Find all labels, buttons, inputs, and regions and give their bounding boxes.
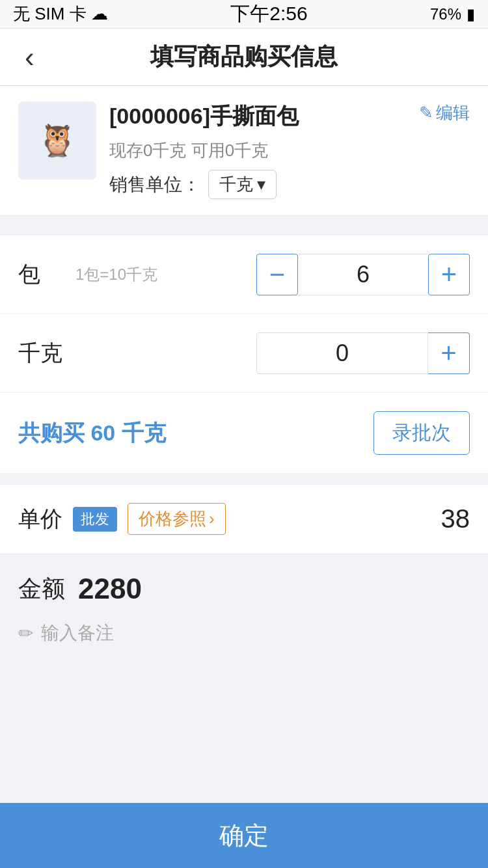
bao-quantity-row: 包 1包=10千克 − + [0, 236, 488, 314]
bao-input[interactable] [298, 254, 428, 295]
status-time: 下午2:56 [230, 1, 307, 27]
nav-bar: ‹ 填写商品购买信息 [0, 29, 488, 86]
total-amount: 60 [90, 420, 115, 445]
kg-plus-button[interactable]: + [428, 332, 470, 374]
unit-label: 销售单位： [109, 172, 200, 197]
price-ref-arrow-icon: › [209, 509, 215, 529]
remark-pencil-icon: ✏ [18, 623, 33, 644]
divider-1 [0, 225, 488, 236]
product-info: [0000006]手撕面包 ✎ 编辑 现存0千克 可用0千克 销售单位： 千克 … [109, 102, 470, 199]
batch-button[interactable]: 录批次 [373, 411, 470, 455]
amount-value: 2280 [78, 573, 142, 605]
unit-chevron-icon: ▾ [257, 174, 265, 195]
price-label-group: 单价 批发 价格参照 › [18, 503, 226, 535]
bao-plus-button[interactable]: + [428, 254, 470, 295]
product-name: [0000006]手撕面包 [109, 102, 299, 131]
kg-controls: + [256, 332, 470, 374]
bao-hint: 1包=10千克 [75, 264, 256, 285]
price-value: 38 [441, 504, 470, 534]
amount-section: 金额 2280 ✏ 输入备注 [0, 554, 488, 661]
battery-label: 76% [430, 5, 461, 23]
remark-row[interactable]: ✏ 输入备注 [18, 621, 470, 661]
kg-input[interactable] [256, 332, 428, 374]
sim-label: 无 SIM 卡 ☁ [13, 3, 108, 25]
confirm-button[interactable]: 确定 [0, 803, 488, 868]
back-button[interactable]: ‹ [18, 34, 41, 80]
status-left: 无 SIM 卡 ☁ [13, 3, 108, 25]
bao-controls: − + [256, 254, 470, 295]
bao-label: 包 [18, 260, 70, 290]
product-image: 🦉 [18, 102, 96, 180]
edit-icon: ✎ [419, 103, 433, 123]
amount-row: 金额 2280 [18, 573, 470, 605]
price-ref-button[interactable]: 价格参照 › [128, 503, 226, 535]
product-stock: 现存0千克 可用0千克 [109, 139, 470, 162]
product-unit-row: 销售单位： 千克 ▾ [109, 170, 470, 199]
amount-label: 金额 [18, 573, 65, 605]
edit-label: 编辑 [436, 102, 470, 124]
kg-quantity-row: 千克 + [0, 314, 488, 393]
unit-value: 千克 [219, 173, 253, 196]
price-label: 单价 [18, 504, 62, 534]
price-tag: 批发 [73, 507, 117, 532]
total-text: 共购买 60 千克 [18, 418, 166, 448]
status-bar: 无 SIM 卡 ☁ 下午2:56 76% ▮ [0, 0, 488, 29]
total-prefix: 共购买 [18, 420, 85, 445]
product-owl-icon: 🦉 [38, 122, 77, 159]
battery-icon: ▮ [467, 5, 475, 23]
bao-minus-button[interactable]: − [256, 254, 298, 295]
unit-select[interactable]: 千克 ▾ [208, 170, 277, 199]
price-section: 单价 批发 价格参照 › 38 [0, 485, 488, 553]
total-unit: 千克 [122, 420, 166, 445]
price-row: 单价 批发 价格参照 › 38 [18, 503, 470, 535]
price-ref-label: 价格参照 [139, 508, 206, 530]
page-title: 填写商品购买信息 [150, 41, 338, 73]
total-row: 共购买 60 千克 录批次 [0, 393, 488, 473]
status-right: 76% ▮ [430, 5, 475, 23]
product-card: 🦉 [0000006]手撕面包 ✎ 编辑 现存0千克 可用0千克 销售单位： 千… [0, 86, 488, 215]
bao-section: 包 1包=10千克 − + 千克 + 共购买 60 千克 录批次 [0, 236, 488, 473]
divider-2 [0, 474, 488, 485]
remark-placeholder: 输入备注 [41, 621, 114, 645]
kg-label: 千克 [18, 338, 70, 368]
edit-button[interactable]: ✎ 编辑 [419, 102, 470, 124]
